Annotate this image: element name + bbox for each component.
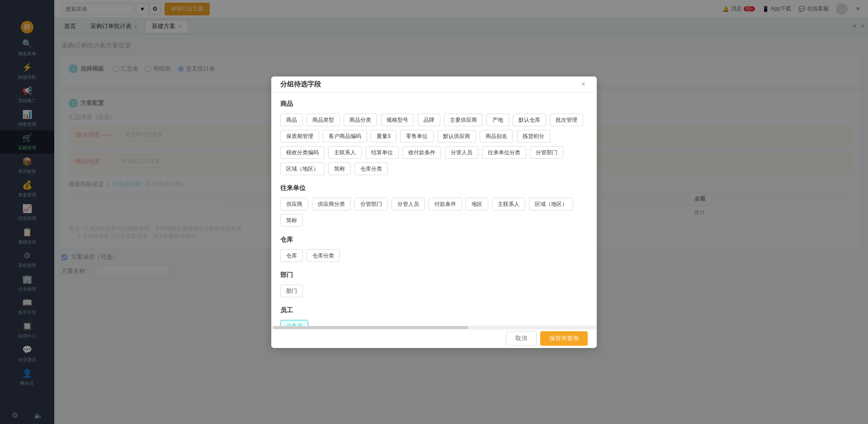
field-section-goods: 商品商品商品类型商品分类规格型号品牌主要供应商产地默认仓库批次管理保质期管理客户…	[280, 100, 588, 175]
field-tag-short_name[interactable]: 简称	[328, 162, 351, 175]
field-section-title-warehouse: 仓库	[280, 236, 588, 244]
field-tag-region2[interactable]: 区域（地区）	[529, 198, 573, 210]
field-section-partner: 往来单位供应商供应商分类分管部门分管人员付款条件地区主联系人区域（地区）简称	[280, 184, 588, 227]
field-tags-warehouse: 仓库仓库分类	[280, 249, 588, 262]
field-tags-goods: 商品商品类型商品分类规格型号品牌主要供应商产地默认仓库批次管理保质期管理客户商品…	[280, 114, 588, 175]
field-tag-supplier_category[interactable]: 供应商分类	[312, 198, 351, 210]
field-tag-brand[interactable]: 品牌	[418, 114, 440, 126]
field-tag-salesperson[interactable]: 业务员	[280, 320, 308, 326]
field-tags-department: 部门	[280, 285, 588, 297]
modal-backdrop: 分组待选字段 × 商品商品商品类型商品分类规格型号品牌主要供应商产地默认仓库批次…	[0, 0, 868, 424]
field-tag-main_supplier[interactable]: 主要供应商	[444, 114, 483, 126]
field-tag-main_contact[interactable]: 主联系人	[492, 198, 525, 210]
field-tag-admin_staff[interactable]: 分管人员	[445, 146, 478, 159]
field-tag-payment_terms[interactable]: 收付款条件	[402, 146, 441, 159]
modal-body[interactable]: 商品商品商品类型商品分类规格型号品牌主要供应商产地默认仓库批次管理保质期管理客户…	[271, 93, 597, 326]
field-tag-settle_unit[interactable]: 结算单位	[365, 146, 399, 159]
field-tag-area[interactable]: 地区	[466, 198, 488, 210]
field-tag-region[interactable]: 区域（地区）	[280, 162, 325, 175]
field-tag-quality_mgmt[interactable]: 保质期管理	[280, 130, 319, 143]
confirm-button[interactable]: 保存并查询	[540, 331, 588, 346]
field-section-title-goods: 商品	[280, 100, 588, 108]
field-section-title-partner: 往来单位	[280, 184, 588, 192]
field-tag-goods_alias[interactable]: 商品别名	[480, 130, 513, 143]
field-tag-goods_name[interactable]: 商品	[280, 114, 303, 126]
field-tag-spec_model[interactable]: 规格型号	[381, 114, 414, 126]
field-tag-customer_code[interactable]: 客户商品编码	[323, 130, 367, 143]
field-tag-goods_category[interactable]: 商品分类	[344, 114, 377, 126]
field-tag-goods_type[interactable]: 商品类型	[307, 114, 340, 126]
field-tag-dept2[interactable]: 部门	[280, 285, 303, 297]
field-tags-partner: 供应商供应商分类分管部门分管人员付款条件地区主联系人区域（地区）简称	[280, 198, 588, 227]
field-tag-supplier[interactable]: 供应商	[280, 198, 308, 210]
field-tag-dept[interactable]: 分管部门	[354, 198, 388, 210]
field-section-department: 部门部门	[280, 271, 588, 297]
field-tags-employee: 业务员	[280, 320, 588, 326]
field-tag-contact_person[interactable]: 主联系人	[328, 146, 362, 159]
cancel-button[interactable]: 取消	[506, 331, 537, 346]
field-tag-wh[interactable]: 仓库	[280, 249, 303, 262]
modal-footer: 取消 保存并查询	[271, 329, 597, 348]
field-tag-default_warehouse[interactable]: 默认仓库	[513, 114, 546, 126]
modal-close-button[interactable]: ×	[579, 80, 588, 89]
field-tag-staff[interactable]: 分管人员	[392, 198, 425, 210]
field-section-warehouse: 仓库仓库仓库分类	[280, 236, 588, 262]
field-tag-tax_code[interactable]: 税收分类编码	[280, 146, 325, 159]
field-tag-retail_unit[interactable]: 零售单位	[400, 130, 434, 143]
field-tag-origin[interactable]: 产地	[486, 114, 509, 126]
field-tag-default_supplier[interactable]: 默认供应商	[437, 130, 476, 143]
field-tag-short2[interactable]: 简称	[280, 214, 303, 227]
field-tag-batch_mgmt[interactable]: 批次管理	[550, 114, 583, 126]
field-section-employee: 员工业务员	[280, 306, 588, 326]
field-tag-pay_terms[interactable]: 付款条件	[429, 198, 462, 210]
field-tag-warehouse_category[interactable]: 仓库分类	[354, 162, 388, 175]
modal-header: 分组待选字段 ×	[271, 76, 597, 93]
field-tag-wh_category[interactable]: 仓库分类	[307, 249, 340, 262]
field-tag-source_unit_category[interactable]: 往来单位分类	[482, 146, 526, 159]
modal-hscrollbar[interactable]	[271, 326, 597, 329]
modal-title: 分组待选字段	[280, 80, 321, 89]
field-tag-weight3[interactable]: 重量3	[371, 130, 396, 143]
field-tag-pick_points[interactable]: 拣货积分	[517, 130, 550, 143]
field-section-title-employee: 员工	[280, 306, 588, 314]
field-section-title-department: 部门	[280, 271, 588, 279]
field-tag-admin_dept[interactable]: 分管部门	[530, 146, 563, 159]
field-select-modal: 分组待选字段 × 商品商品商品类型商品分类规格型号品牌主要供应商产地默认仓库批次…	[271, 76, 597, 348]
